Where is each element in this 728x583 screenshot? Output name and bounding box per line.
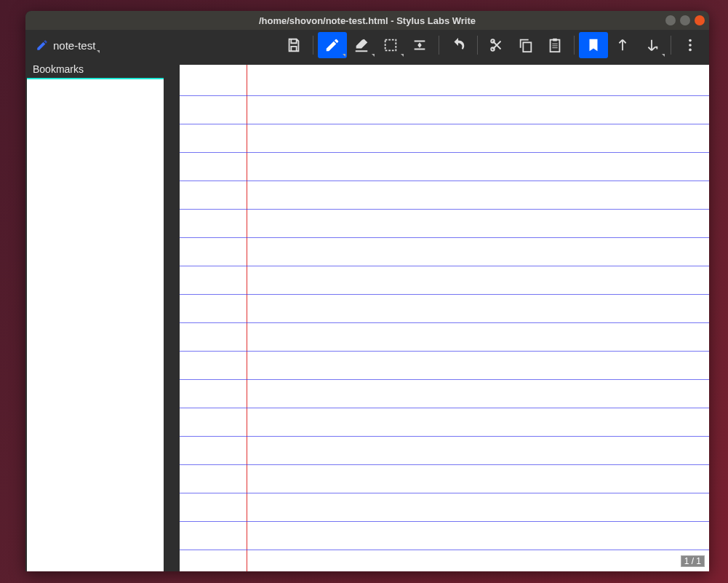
toolbar: note-test <box>25 30 709 60</box>
undo-button[interactable] <box>444 32 473 58</box>
ruled-line <box>180 436 709 437</box>
close-button[interactable] <box>695 15 705 25</box>
toolbar-separator <box>574 36 575 55</box>
ruled-line <box>180 294 709 295</box>
ruled-line <box>180 493 709 493</box>
insert-space-button[interactable] <box>405 32 434 58</box>
toolbar-separator <box>671 36 671 55</box>
margin-line <box>247 65 247 571</box>
ruled-line <box>180 550 709 550</box>
next-page-button[interactable] <box>637 32 666 58</box>
minimize-button[interactable] <box>665 15 676 25</box>
ruled-line <box>180 351 709 352</box>
select-tool-button[interactable] <box>376 32 405 58</box>
overflow-menu-button[interactable] <box>676 32 705 58</box>
svg-rect-0 <box>385 40 396 51</box>
window-title: /home/shovon/note-test.html - Stylus Lab… <box>259 15 476 26</box>
bookmark-button[interactable] <box>579 32 608 58</box>
sidebar-header: Bookmarks <box>27 60 164 79</box>
sidebar-divider[interactable] <box>164 60 171 571</box>
ruled-line <box>180 266 709 266</box>
toolbar-separator <box>439 36 439 55</box>
chevron-down-icon <box>401 54 404 57</box>
ruled-line <box>180 322 709 323</box>
sidebar: Bookmarks <box>27 60 164 571</box>
document-menu[interactable]: note-test <box>30 36 101 55</box>
ruled-line <box>180 464 709 465</box>
ruled-line <box>180 124 709 124</box>
svg-point-6 <box>689 39 692 42</box>
toolbar-separator <box>477 36 478 55</box>
page-indicator: 1 / 1 <box>681 555 705 567</box>
eraser-tool-button[interactable] <box>347 32 376 58</box>
chevron-down-icon <box>662 54 665 57</box>
bookmarks-list[interactable] <box>27 79 164 571</box>
svg-rect-5 <box>553 39 557 41</box>
pencil-icon <box>36 39 49 52</box>
toolbar-separator <box>313 36 313 55</box>
ruled-line <box>180 237 709 238</box>
ruled-line <box>180 152 709 153</box>
svg-point-8 <box>689 49 692 52</box>
pen-tool-button[interactable] <box>318 32 347 58</box>
ruled-line <box>180 209 709 210</box>
cut-button[interactable] <box>482 32 511 58</box>
maximize-button[interactable] <box>680 15 690 25</box>
content-area: Bookmarks 1 / 1 <box>25 60 709 571</box>
paste-button[interactable] <box>540 32 569 58</box>
chevron-down-icon <box>343 54 345 57</box>
ruled-line <box>180 379 709 380</box>
page-canvas[interactable] <box>180 65 709 571</box>
svg-point-7 <box>689 44 692 47</box>
canvas-area: 1 / 1 <box>171 60 709 571</box>
prev-page-button[interactable] <box>608 32 637 58</box>
svg-rect-3 <box>523 42 531 52</box>
titlebar: /home/shovon/note-test.html - Stylus Lab… <box>25 11 709 30</box>
ruled-line <box>180 521 709 522</box>
copy-button[interactable] <box>511 32 540 58</box>
chevron-down-icon <box>372 54 375 57</box>
document-name: note-test <box>53 39 95 52</box>
app-window: /home/shovon/note-test.html - Stylus Lab… <box>25 11 709 571</box>
ruled-line <box>180 181 709 181</box>
save-button[interactable] <box>279 32 308 58</box>
chevron-down-icon <box>97 50 100 53</box>
window-controls <box>665 15 705 25</box>
ruled-line <box>180 408 709 408</box>
ruled-line <box>180 95 709 96</box>
